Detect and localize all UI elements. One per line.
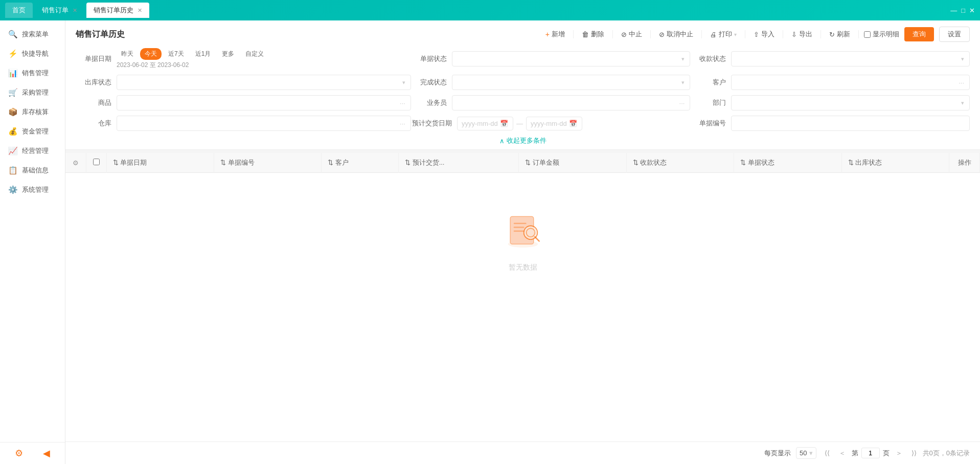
th-out-status[interactable]: ⇅ 出库状态 — [841, 153, 949, 173]
window-maximize[interactable]: □ — [961, 7, 965, 14]
divider-4 — [701, 30, 702, 38]
tab-sales-order-close[interactable]: ✕ — [73, 7, 77, 14]
export-icon: ⇩ — [791, 31, 797, 38]
th-bill-date[interactable]: ⇅ 单据日期 — [106, 153, 214, 173]
th-customer[interactable]: ⇅ 客户 — [322, 153, 399, 173]
sidebar-item-search-menu[interactable]: 🔍 搜索菜单 — [0, 25, 65, 44]
page-size-arrow: ▾ — [809, 449, 813, 457]
sidebar-item-quick-nav[interactable]: ⚡ 快捷导航 — [0, 44, 65, 63]
settings-gear-icon[interactable]: ⚙ — [73, 159, 79, 167]
export-button[interactable]: ⇩ 导出 — [788, 28, 815, 41]
th-operations-label: 操作 — [958, 159, 971, 166]
tab-sales-order[interactable]: 销售订单 ✕ — [35, 3, 84, 18]
date-tag-custom[interactable]: 自定义 — [241, 48, 268, 60]
sidebar-item-search-menu-label: 搜索菜单 — [22, 30, 49, 39]
main-layout: 🔍 搜索菜单 ⚡ 快捷导航 📊 销售管理 🛒 采购管理 📦 库存核算 💰 资金管… — [0, 20, 980, 464]
first-page-button[interactable]: ⟨⟨ — [822, 448, 833, 458]
sidebar-item-operations[interactable]: 📈 经营管理 — [0, 141, 65, 161]
print-label: 打印 — [719, 30, 732, 39]
th-bill-status[interactable]: ⇅ 单据状态 — [734, 153, 841, 173]
salesperson-input[interactable]: ··· — [452, 95, 691, 111]
display-cols-checkbox[interactable] — [864, 31, 871, 38]
salesperson-label: 业务员 — [411, 98, 452, 107]
th-expected-date-label: ⇅ 预计交货... — [405, 159, 444, 166]
warehouse-dots: ··· — [400, 120, 405, 127]
page-label: 页 — [883, 449, 890, 458]
window-minimize[interactable]: — — [950, 7, 957, 14]
sidebar-item-finance[interactable]: 💰 资金管理 — [0, 122, 65, 141]
th-settings[interactable]: ⚙ — [65, 153, 86, 173]
expected-date-from-text: yyyy-mm-dd — [462, 120, 498, 127]
th-check[interactable] — [86, 153, 106, 173]
th-operations: 操作 — [949, 153, 980, 173]
finance-icon: 💰 — [8, 127, 18, 136]
cancel-stop-button[interactable]: ⊘ 取消中止 — [656, 28, 696, 41]
table-footer: 每页显示 50 ▾ ⟨⟨ ＜ 第 页 ＞ ⟩⟩ 共0页，0条记录 — [65, 441, 980, 464]
collapse-button[interactable]: ∧ 收起更多条件 — [499, 136, 546, 145]
next-page-button[interactable]: ＞ — [893, 448, 905, 459]
page-size-select[interactable]: 50 ▾ — [796, 447, 816, 459]
tab-sales-order-history-label: 销售订单历史 — [94, 6, 133, 15]
out-status-select[interactable]: ▾ — [117, 75, 411, 90]
import-button[interactable]: ⇧ 导入 — [750, 28, 778, 41]
sidebar-item-sys-mgmt-label: 系统管理 — [22, 185, 49, 194]
receipt-status-select[interactable]: ▾ — [731, 51, 970, 67]
sidebar-item-basic-info[interactable]: 📋 基础信息 — [0, 161, 65, 180]
window-close[interactable]: ✕ — [969, 7, 975, 14]
bill-status-select[interactable]: ▾ — [452, 51, 691, 67]
stop-button[interactable]: ⊘ 中止 — [618, 28, 645, 41]
date-tags: 昨天 今天 近7天 近1月 更多 自定义 — [117, 48, 268, 60]
th-order-amount[interactable]: ⇅ 订单金额 — [519, 153, 626, 173]
sidebar-item-sales-mgmt[interactable]: 📊 销售管理 — [0, 63, 65, 83]
display-cols-checkbox-label[interactable]: 显示明细 — [864, 30, 899, 39]
new-label: 新增 — [552, 30, 565, 39]
th-expected-date[interactable]: ⇅ 预计交货... — [399, 153, 519, 173]
th-bill-no[interactable]: ⇅ 单据编号 — [214, 153, 321, 173]
bill-no-input[interactable] — [731, 116, 970, 131]
sidebar-item-sys-mgmt[interactable]: ⚙️ 系统管理 — [0, 180, 65, 200]
data-table: ⚙ ⇅ 单据日期 ⇅ 单据编号 ⇅ 客户 — [65, 153, 980, 173]
date-tag-7days[interactable]: 近7天 — [164, 48, 189, 60]
th-receipt-status[interactable]: ⇅ 收款状态 — [626, 153, 734, 173]
th-bill-status-label: ⇅ 单据状态 — [740, 159, 774, 166]
import-label: 导入 — [761, 30, 774, 39]
svg-rect-3 — [513, 223, 526, 225]
complete-status-select[interactable]: ▾ — [452, 75, 691, 90]
print-button[interactable]: 🖨 打印 ▾ — [707, 28, 740, 41]
current-page-input[interactable] — [861, 448, 880, 458]
date-tag-today[interactable]: 今天 — [140, 48, 162, 60]
tab-sales-order-history-close[interactable]: ✕ — [138, 7, 142, 14]
product-input[interactable]: ··· — [117, 95, 411, 111]
department-select[interactable]: ▾ — [731, 95, 970, 111]
sidebar-item-inventory[interactable]: 📦 库存核算 — [0, 102, 65, 122]
date-filter-label: 单据日期 — [76, 54, 117, 63]
last-page-button[interactable]: ⟩⟩ — [908, 448, 920, 458]
sidebar-item-purchase-mgmt[interactable]: 🛒 采购管理 — [0, 83, 65, 102]
tab-sales-order-history[interactable]: 销售订单历史 ✕ — [86, 3, 149, 18]
date-tag-yesterday[interactable]: 昨天 — [117, 48, 138, 60]
tab-home[interactable]: 首页 — [5, 3, 33, 18]
warehouse-input[interactable]: ··· — [117, 116, 411, 131]
table-header-row: ⚙ ⇅ 单据日期 ⇅ 单据编号 ⇅ 客户 — [65, 153, 980, 173]
tab-sales-order-label: 销售订单 — [42, 6, 69, 15]
table-area: ⚙ ⇅ 单据日期 ⇅ 单据编号 ⇅ 客户 — [65, 153, 980, 441]
settings-button[interactable]: 设置 — [939, 27, 970, 42]
delete-button[interactable]: 🗑 删除 — [579, 28, 607, 41]
prev-page-button[interactable]: ＜ — [836, 448, 849, 459]
expected-date-from[interactable]: yyyy-mm-dd 📅 — [457, 117, 513, 130]
query-button[interactable]: 查询 — [904, 27, 934, 41]
select-all-checkbox[interactable] — [93, 159, 100, 165]
divider-7 — [821, 30, 821, 38]
new-button[interactable]: + 新增 — [542, 28, 568, 41]
department-arrow: ▾ — [961, 100, 964, 106]
date-tag-more[interactable]: 更多 — [217, 48, 239, 60]
sidebar-settings-icon[interactable]: ⚙ — [15, 448, 23, 459]
sidebar-collapse-icon[interactable]: ◀ — [43, 448, 50, 459]
bill-no-label: 单据编号 — [690, 119, 731, 128]
date-tag-1month[interactable]: 近1月 — [191, 48, 216, 60]
divider-8 — [858, 30, 859, 38]
refresh-button[interactable]: ↻ 刷新 — [826, 28, 853, 41]
th-order-amount-label: ⇅ 订单金额 — [525, 159, 559, 166]
expected-date-to[interactable]: yyyy-mm-dd 📅 — [526, 117, 582, 130]
customer-input[interactable]: ··· — [731, 75, 970, 90]
